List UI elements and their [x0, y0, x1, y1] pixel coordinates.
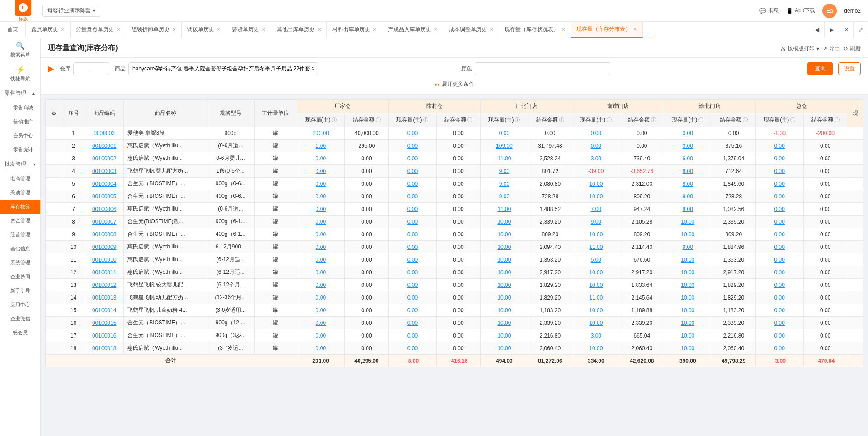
sidebar-item-guide[interactable]: 新手引导	[0, 284, 40, 298]
info-icon[interactable]: ⓘ	[743, 117, 748, 123]
row-factory-amt: 40,000.00	[345, 127, 389, 140]
info-icon[interactable]: ⓘ	[607, 117, 612, 123]
sidebar-item-ecom[interactable]: 电商管理	[0, 172, 40, 186]
row-factory-qty: 0.00	[297, 317, 344, 329]
sidebar-item-search[interactable]: 🔍 搜索英单	[0, 38, 40, 62]
info-icon[interactable]: ⓘ	[835, 117, 840, 123]
row-nanan-amt: 2,060.40	[620, 342, 664, 355]
sidebar-item-member[interactable]: 会员中心	[0, 129, 40, 143]
search-button[interactable]: 查询	[807, 62, 833, 75]
row-jiangbei-amt: 0.00	[528, 127, 572, 140]
tab-close-yao[interactable]: ✕	[262, 27, 265, 32]
row-jiangbei-qty: 10.00	[480, 241, 528, 253]
refresh-btn[interactable]: ↺ 刷新	[844, 45, 861, 52]
row-total-amt: -200.00	[803, 127, 847, 140]
tab-disk[interactable]: 盘点单历史 ✕	[26, 22, 71, 38]
info-icon[interactable]: ⓘ	[651, 117, 656, 123]
row-checkbox	[46, 279, 62, 291]
tab-close-disk[interactable]: ✕	[61, 27, 65, 32]
tab-other-out[interactable]: 其他出库单历史 ✕	[271, 22, 327, 38]
tab-close-group[interactable]: ✕	[172, 27, 176, 32]
tab-close-cost-adj[interactable]: ✕	[490, 27, 493, 32]
logo-text: 标版	[19, 16, 28, 22]
color-input[interactable]	[475, 62, 610, 75]
tab-close-fen-disk[interactable]: ✕	[117, 27, 120, 32]
tab-expand-btn[interactable]: ⤢	[854, 22, 868, 38]
tab-mat-out[interactable]: 材料出库单历史 ✕	[327, 22, 382, 38]
row-factory-amt: 0.00	[345, 253, 389, 266]
tab-fen-disk[interactable]: 分量盘点单历史 ✕	[71, 22, 126, 38]
tab-close-prod-in[interactable]: ✕	[434, 27, 438, 32]
row-name: 合生元(BIOSTIME)派...	[124, 216, 207, 228]
warehouse-input[interactable]	[73, 62, 109, 75]
sidebar-item-retail-mgmt[interactable]: 零售管理 ▲	[0, 86, 40, 101]
info-icon[interactable]: ⓘ	[515, 117, 520, 123]
tab-close-stock-dist[interactable]: ✕	[633, 27, 637, 32]
settings-button[interactable]: 设置	[838, 62, 861, 75]
sidebar-item-retail-stat[interactable]: 零售统计	[0, 143, 40, 157]
tab-stock-dist[interactable]: 现存量（库存分布表） ✕	[571, 22, 643, 38]
table-row: 13 00100012 飞鹤星飞帆 较大婴儿配... (6-12个月... 罐 …	[46, 279, 863, 291]
th-spec: 规格型号	[207, 100, 254, 127]
info-icon[interactable]: ⓘ	[790, 117, 795, 123]
row-chen-qty: 0.00	[388, 342, 436, 355]
sidebar-item-base[interactable]: 基础信息	[0, 242, 40, 256]
industry-selector[interactable]: 母婴行业演示陈套 ▾	[42, 5, 100, 17]
chevron-down-icon: ▾	[33, 162, 36, 167]
info-icon[interactable]: ⓘ	[376, 117, 381, 123]
sidebar-item-stock[interactable]: 库存核算	[0, 200, 40, 214]
expand-btn[interactable]: ▶	[48, 64, 54, 74]
table-settings-icon[interactable]: ⚙	[49, 109, 58, 118]
row-nanan-qty: 3.00	[572, 152, 620, 165]
print-btn[interactable]: 🖨 按模版打印 ▾	[780, 45, 819, 52]
tab-group[interactable]: 组装拆卸单历史 ✕	[126, 22, 182, 38]
row-no: 7	[62, 203, 85, 216]
tab-close-other-out[interactable]: ✕	[317, 27, 321, 32]
row-nanan-amt: 1,833.64	[620, 279, 664, 291]
product-input[interactable]	[128, 62, 318, 75]
export-btn[interactable]: ↗ 导出	[823, 45, 840, 52]
tab-close-all-btn[interactable]: ✕	[839, 22, 854, 38]
sidebar-item-member2[interactable]: 畅会员	[0, 326, 40, 340]
tab-yao[interactable]: 要货单历史 ✕	[226, 22, 271, 38]
table-row: 15 00100014 飞鹤星飞帆 儿童奶粉 4... (3-6岁适用... 罐…	[46, 304, 863, 317]
row-yubeimen-qty: 10.00	[664, 304, 712, 317]
user-avatar[interactable]: Ea	[822, 4, 837, 18]
tab-prod-in[interactable]: 产成品入库单历史 ✕	[382, 22, 443, 38]
tab-prev-btn[interactable]: ◀	[810, 22, 825, 38]
app-download-btn[interactable]: 📱 App下载	[786, 7, 815, 14]
tab-home[interactable]: 首页	[0, 22, 26, 38]
tab-cost-adj[interactable]: 成本调整单历史 ✕	[443, 22, 499, 38]
sidebar-item-purchase[interactable]: 采购管理	[0, 186, 40, 200]
tab-tiao[interactable]: 调拨单历史 ✕	[182, 22, 226, 38]
tab-next-btn[interactable]: ▶	[825, 22, 839, 38]
sidebar-item-marketing[interactable]: 营销推广	[0, 115, 40, 129]
messages-btn[interactable]: 💬 消息	[760, 7, 779, 14]
sidebar-item-ops[interactable]: 经营管理	[0, 228, 40, 242]
sidebar-item-app-center[interactable]: 应用中心	[0, 298, 40, 312]
tab-stock-status[interactable]: 现存量（库存状况表） ✕	[499, 22, 571, 38]
sidebar-item-wholesale[interactable]: 批发管理 ▾	[0, 157, 40, 172]
sidebar-item-corp[interactable]: 企业协同	[0, 270, 40, 284]
tab-close-mat-out[interactable]: ✕	[373, 27, 377, 32]
tab-close-stock-status[interactable]: ✕	[561, 27, 565, 32]
info-icon[interactable]: ⓘ	[698, 117, 703, 123]
tab-close-tiao[interactable]: ✕	[217, 27, 221, 32]
sidebar-item-wechat[interactable]: 企业微信	[0, 312, 40, 326]
sidebar-item-retail-shop[interactable]: 零售商城	[0, 101, 40, 115]
sidebar-item-nav[interactable]: ⚡ 快捷导航	[0, 62, 40, 86]
row-jiangbei-amt: 1,183.20	[528, 304, 572, 317]
th-no: 序号	[62, 100, 85, 127]
row-code: 00100011	[85, 266, 124, 279]
sidebar-item-sys[interactable]: 系统管理	[0, 256, 40, 270]
info-icon[interactable]: ⓘ	[423, 117, 428, 123]
sidebar-item-finance[interactable]: 资金管理	[0, 214, 40, 228]
info-icon[interactable]: ⓘ	[559, 117, 564, 123]
row-yubeimen-qty: 9.00	[664, 241, 712, 253]
info-icon[interactable]: ⓘ	[332, 117, 337, 123]
table-row: 14 00100013 飞鹤星飞帆 幼儿配方奶... (12-36个月... 罐…	[46, 291, 863, 304]
expand-more-btn[interactable]: ▾▾ 展开更多条件	[431, 79, 478, 90]
row-unit: 罐	[254, 342, 297, 355]
th-chen-qty: 现存量(主)ⓘ	[388, 113, 436, 127]
info-icon[interactable]: ⓘ	[467, 117, 472, 123]
